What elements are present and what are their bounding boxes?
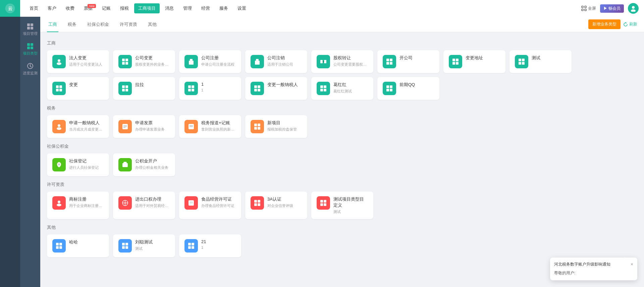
svg-rect-47 (122, 89, 125, 91)
card-open-company[interactable]: 开公司 (377, 50, 439, 73)
svg-rect-22 (125, 62, 128, 65)
card-grid-tax: 申请一般纳税人 当月或次月成变更完成 申请发票 办理申请发票业务 (47, 115, 637, 138)
tab-license[interactable]: 许可资质 (118, 17, 139, 32)
svg-rect-59 (320, 89, 323, 91)
svg-rect-53 (254, 85, 257, 88)
svg-rect-2 (582, 6, 583, 8)
svg-rect-52 (192, 89, 194, 91)
card-test-type[interactable]: 测试项目类型目定义 测试 (311, 192, 373, 219)
card-change-address[interactable]: 变更地址 (443, 50, 505, 73)
svg-rect-15 (31, 47, 33, 49)
svg-rect-101 (125, 246, 128, 249)
tab-other[interactable]: 其他 (147, 17, 158, 32)
left-panel-project-type[interactable]: 项目类型 (21, 39, 39, 59)
nav-fee[interactable]: 收费 (62, 3, 78, 13)
card-21[interactable]: 21 1 (179, 234, 241, 257)
vip-button[interactable]: ▶ 畅会员 (600, 4, 624, 13)
main-content: 工商 法人变更 适用于公司变更法人 (40, 32, 644, 268)
card-3a-cert[interactable]: 3A认证 对企业信誉评级 (245, 192, 307, 219)
card-new-project[interactable]: 新项目 报税加税控盘保管 (245, 115, 307, 138)
nav-service[interactable]: 服务 (215, 3, 232, 13)
svg-rect-95 (59, 243, 62, 245)
card-change[interactable]: 变更 (47, 77, 109, 100)
avatar[interactable] (628, 3, 639, 14)
card-one[interactable]: 1 1 (179, 77, 241, 100)
card-legal-change[interactable]: 法人变更 适用于公司变更法人 (47, 50, 109, 73)
card-haha[interactable]: 哈哈 (47, 234, 109, 257)
nav-message[interactable]: 消息 (161, 3, 178, 13)
card-icon-lala (118, 82, 132, 95)
nav-operation[interactable]: 经营 (197, 3, 214, 13)
card-equity-transfer[interactable]: 股权转让 公司变更需要股权转让 (311, 50, 373, 73)
card-icon-test (515, 55, 528, 68)
svg-rect-32 (390, 62, 392, 65)
card-qianqi-qq[interactable]: 前期QQ (377, 77, 439, 100)
svg-rect-29 (386, 59, 389, 61)
card-gehonghong[interactable]: 葛红红 葛红红测试 (311, 77, 373, 100)
card-tax-accounting[interactable]: 税务报道+记账 拿到营业执照的新公司 (179, 115, 241, 138)
svg-rect-33 (452, 59, 455, 61)
card-liucong-test[interactable]: 刘聪测试 测试 (113, 234, 175, 257)
card-lala[interactable]: 拉拉 (113, 77, 175, 100)
nav-manage[interactable]: 管理 (179, 3, 196, 13)
tab-business[interactable]: 工商 (47, 17, 58, 32)
svg-rect-57 (320, 85, 323, 88)
svg-point-7 (631, 9, 636, 12)
section-title-business: 工商 (47, 40, 637, 46)
tab-social[interactable]: 社保公积金 (86, 17, 110, 32)
card-trademark[interactable]: 商标注册 用于企业商标注册服务 (47, 192, 109, 219)
card-icon-legal-change (52, 55, 66, 68)
svg-rect-96 (56, 246, 59, 249)
svg-point-66 (57, 127, 61, 130)
logo[interactable]: 云 (0, 0, 20, 17)
svg-rect-74 (254, 124, 257, 126)
card-company-change[interactable]: 公司变更 股权变更外的业务变更 (113, 50, 175, 73)
notification-header: 河北税务数字账户升级影响通知 × (554, 262, 633, 267)
card-company-cancel[interactable]: 公司注销 适用于注销公司 (245, 50, 307, 73)
svg-rect-30 (390, 59, 392, 61)
card-grid-license: 商标注册 用于企业商标注册服务 进出口权办理 适用于对外贸易经营者 (47, 192, 637, 219)
add-type-button[interactable]: 新增业务类型 (588, 19, 621, 29)
sidebar: 云 (0, 0, 20, 287)
svg-rect-50 (192, 85, 194, 88)
card-apply-taxpayer[interactable]: 申请一般纳税人 当月或次月成变更完成 (47, 115, 109, 138)
card-import-export[interactable]: 进出口权办理 适用于对外贸易经营者 (113, 192, 175, 219)
svg-rect-13 (31, 43, 33, 46)
card-change-taxpayer[interactable]: 变更一般纳税人 (245, 77, 307, 100)
card-social-register[interactable]: 社保登记 进行人员社保登记 (47, 153, 109, 176)
card-icon-company-cancel (251, 55, 264, 68)
card-icon-liucong-test (118, 239, 132, 253)
left-panel-project-manage[interactable]: 项目管理 (21, 19, 39, 39)
card-icon-fund-account (118, 158, 132, 171)
card-test[interactable]: 测试 (509, 50, 572, 73)
nav-accounting[interactable]: 记账 (98, 3, 115, 13)
left-panel-progress[interactable]: 进度监测 (21, 59, 39, 79)
nav-client[interactable]: 客户 (44, 3, 60, 13)
card-food-license[interactable]: 食品经营许可证 办理食品经营许可证 (179, 192, 241, 219)
section-title-tax: 税务 (47, 105, 637, 111)
svg-rect-58 (324, 85, 326, 88)
nav-home[interactable]: 首页 (25, 3, 42, 13)
svg-rect-55 (254, 89, 257, 91)
refresh-button[interactable]: 刷新 (623, 21, 637, 27)
card-icon-21 (184, 239, 198, 253)
nav-settings[interactable]: 设置 (233, 3, 250, 13)
svg-rect-40 (522, 62, 525, 65)
notification-arrow (622, 257, 627, 260)
svg-rect-49 (188, 85, 191, 88)
tab-tax[interactable]: 税务 (66, 17, 78, 32)
card-icon-change-address (449, 55, 462, 68)
svg-rect-103 (192, 243, 194, 245)
fullscreen-btn[interactable]: 全屏 (581, 6, 596, 11)
nav-invoice[interactable]: 票据 new (80, 3, 97, 13)
notification-close-button[interactable]: × (631, 262, 633, 267)
card-fund-account[interactable]: 公积金开户 办理公积金相关业务 (113, 153, 175, 176)
nav-business[interactable]: 工商项目 (134, 3, 160, 13)
section-title-license: 许可资质 (47, 182, 637, 188)
svg-text:云: 云 (8, 6, 12, 11)
nav-tax[interactable]: 报税 (116, 3, 133, 13)
card-apply-invoice[interactable]: 申请发票 办理申请发票业务 (113, 115, 175, 138)
card-company-register[interactable]: 公司注册 申请公司注册全流程 (179, 50, 241, 73)
svg-rect-43 (56, 89, 59, 91)
card-icon-apply-invoice (118, 120, 132, 133)
